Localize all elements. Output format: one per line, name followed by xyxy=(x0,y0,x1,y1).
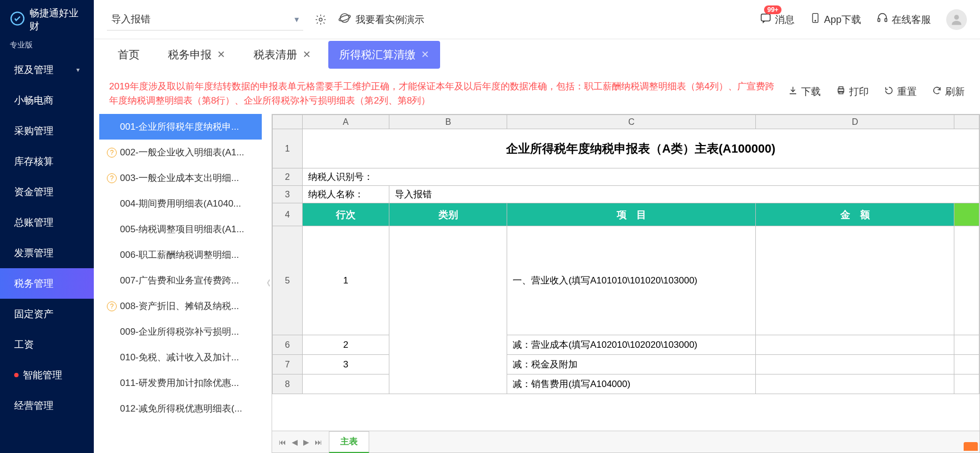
form-item-5[interactable]: 006-职工薪酬纳税调整明细... xyxy=(99,242,262,268)
sheet-nav-prev-icon[interactable]: ◀ xyxy=(292,438,298,446)
cell-item[interactable]: 减：营业成本(填写A102010\102020\103000) xyxy=(507,335,756,355)
sidebar-item-1[interactable]: 小畅电商 xyxy=(0,85,94,116)
svg-rect-11 xyxy=(839,87,843,89)
tab-label: 税务申报 xyxy=(168,47,212,62)
sidebar-item-0[interactable]: 抠及管理▾ xyxy=(0,55,94,85)
cell-amount[interactable] xyxy=(756,355,954,375)
header-seq[interactable]: 行次 xyxy=(302,203,389,226)
cell-amount[interactable] xyxy=(756,226,954,335)
avatar[interactable] xyxy=(946,9,967,30)
sidebar-item-2[interactable]: 采购管理 xyxy=(0,116,94,146)
cell-extra[interactable] xyxy=(954,335,979,355)
header-amount[interactable]: 金 额 xyxy=(756,203,954,226)
sidebar-item-5[interactable]: 总账管理 xyxy=(0,207,94,238)
form-item-8[interactable]: 009-企业所得税弥补亏损明... xyxy=(99,319,262,345)
row-header[interactable]: 3 xyxy=(273,186,303,203)
print-button[interactable]: 打印 xyxy=(836,85,869,98)
cell-item[interactable]: 减：销售费用(填写A104000) xyxy=(507,375,756,394)
corner-mark-icon[interactable] xyxy=(964,442,978,451)
download-button[interactable]: 下载 xyxy=(788,85,821,98)
sidebar-item-label: 工资 xyxy=(14,338,34,351)
row-header[interactable]: 5 xyxy=(273,226,303,335)
sidebar-item-8[interactable]: 固定资产 xyxy=(0,299,94,329)
sheet-nav-next-icon[interactable]: ▶ xyxy=(303,438,309,446)
form-item-1[interactable]: ?002-一般企业收入明细表(A1... xyxy=(99,140,262,165)
app-download-button[interactable]: App下载 xyxy=(810,12,861,27)
form-item-0[interactable]: 001-企业所得税年度纳税申... xyxy=(99,114,262,140)
reset-button[interactable]: 重置 xyxy=(884,85,917,98)
tab-2[interactable]: 税表清册✕ xyxy=(243,41,322,69)
sidebar-item-4[interactable]: 资金管理 xyxy=(0,177,94,207)
col-header-a[interactable]: A xyxy=(302,115,389,129)
sidebar-item-6[interactable]: 发票管理 xyxy=(0,238,94,268)
sheet-grid[interactable]: A B C D 1 企业所得税年度纳税申报表（A类）主表(A100000) 2 … xyxy=(272,114,979,431)
chevron-down-icon[interactable]: ▾ xyxy=(294,14,299,25)
cell-amount[interactable] xyxy=(756,335,954,355)
tab-bar: 首页税务申报✕税表清册✕所得税汇算清缴✕ xyxy=(94,39,980,70)
sheet-title[interactable]: 企业所得税年度纳税申报表（A类）主表(A100000) xyxy=(302,129,979,168)
sheet-nav-first-icon[interactable]: ⏮ xyxy=(279,438,286,446)
form-item-4[interactable]: 005-纳税调整项目明细表(A1... xyxy=(99,216,262,242)
form-item-2[interactable]: ?003-一般企业成本支出明细... xyxy=(99,165,262,191)
sidebar-item-9[interactable]: 工资 xyxy=(0,329,94,360)
row-header[interactable]: 1 xyxy=(273,129,303,168)
taxpayer-id-row[interactable]: 纳税人识别号： xyxy=(302,168,979,186)
sheet-corner[interactable] xyxy=(273,115,303,129)
cell-category[interactable] xyxy=(389,226,507,394)
download-icon xyxy=(788,86,798,98)
taxpayer-name-label[interactable]: 纳税人名称： xyxy=(302,186,389,203)
sidebar-item-10[interactable]: 智能管理 xyxy=(0,360,94,390)
collapse-handle[interactable]: 《 xyxy=(262,114,272,453)
cell-seq[interactable]: 3 xyxy=(302,355,389,375)
row-header[interactable]: 7 xyxy=(273,355,303,375)
form-item-10[interactable]: 011-研发费用加计扣除优惠... xyxy=(99,370,262,396)
cell-amount[interactable] xyxy=(756,375,954,394)
row-header[interactable]: 8 xyxy=(273,375,303,394)
row-header[interactable]: 4 xyxy=(273,203,303,226)
search-input[interactable]: 导入报错 ▾ xyxy=(107,9,303,31)
page-toolbar: 2019年度涉及取以前年度结转数据的申报表单元格需要手工维护正确，才能保证本年及… xyxy=(94,70,980,114)
taxpayer-name-value[interactable]: 导入报错 xyxy=(389,186,979,203)
cell-extra[interactable] xyxy=(954,375,979,394)
cell-item[interactable]: 减：税金及附加 xyxy=(507,355,756,375)
col-header-d[interactable]: D xyxy=(756,115,954,129)
form-item-11[interactable]: 012-减免所得税优惠明细表(... xyxy=(99,396,262,421)
close-icon[interactable]: ✕ xyxy=(303,49,311,61)
col-header-e[interactable] xyxy=(954,115,979,129)
cell-seq[interactable] xyxy=(302,375,389,394)
demo-link[interactable]: 我要看实例演示 xyxy=(338,11,424,27)
cell-seq[interactable]: 1 xyxy=(302,226,389,335)
gear-icon[interactable] xyxy=(313,12,328,27)
cell-extra[interactable] xyxy=(954,226,979,335)
sidebar-item-11[interactable]: 经营管理 xyxy=(0,390,94,421)
message-button[interactable]: 99+ 消息 xyxy=(760,12,795,27)
cell-extra[interactable] xyxy=(954,355,979,375)
row-header[interactable]: 2 xyxy=(273,168,303,186)
cell-item[interactable]: 一、营业收入(填写A101010\101020\103000) xyxy=(507,226,756,335)
cell-seq[interactable]: 2 xyxy=(302,335,389,355)
form-item-9[interactable]: 010-免税、减计收入及加计... xyxy=(99,345,262,370)
tab-0[interactable]: 首页 xyxy=(107,41,151,69)
row-header[interactable]: 6 xyxy=(273,335,303,355)
sidebar-item-label: 智能管理 xyxy=(23,369,62,382)
sidebar-item-label: 总账管理 xyxy=(14,216,53,229)
form-item-3[interactable]: 004-期间费用明细表(A1040... xyxy=(99,191,262,216)
close-icon[interactable]: ✕ xyxy=(217,49,225,61)
sidebar-item-3[interactable]: 库存核算 xyxy=(0,146,94,177)
close-icon[interactable]: ✕ xyxy=(421,49,429,61)
refresh-button[interactable]: 刷新 xyxy=(932,85,965,98)
tab-1[interactable]: 税务申报✕ xyxy=(157,41,236,69)
support-button[interactable]: 在线客服 xyxy=(876,12,931,27)
sheet-tab-main[interactable]: 主表 xyxy=(329,431,369,453)
header-extra[interactable] xyxy=(954,203,979,226)
col-header-b[interactable]: B xyxy=(389,115,507,129)
header-item[interactable]: 项 目 xyxy=(507,203,756,226)
sidebar-item-7[interactable]: 税务管理 xyxy=(0,268,94,299)
header-category[interactable]: 类别 xyxy=(389,203,507,226)
form-item-7[interactable]: ?008-资产折旧、摊销及纳税... xyxy=(99,293,262,319)
col-header-c[interactable]: C xyxy=(507,115,756,129)
form-item-label: 003-一般企业成本支出明细... xyxy=(120,172,239,184)
tab-3[interactable]: 所得税汇算清缴✕ xyxy=(328,41,440,69)
form-item-6[interactable]: 007-广告费和业务宣传费跨... xyxy=(99,268,262,293)
sheet-nav-last-icon[interactable]: ⏭ xyxy=(315,438,322,446)
